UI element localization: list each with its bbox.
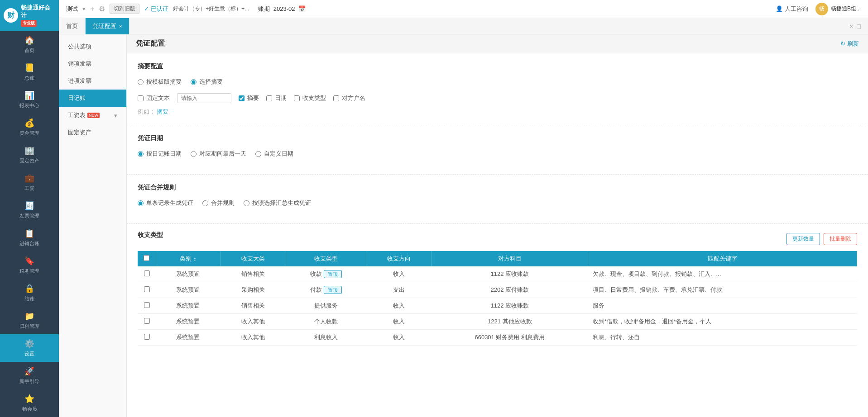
left-menu-fixed-assets[interactable]: 固定资产: [59, 124, 126, 141]
tab-voucher-config[interactable]: 凭证配置 ×: [86, 18, 129, 34]
checkbox-counterparty[interactable]: 对方户名: [333, 94, 365, 102]
sidebar-item-label: 工资: [24, 185, 34, 192]
fixed-text-checkbox[interactable]: [138, 95, 144, 101]
category-sort[interactable]: 类别 ↕: [161, 255, 216, 263]
row-checkbox-cell[interactable]: [138, 330, 156, 346]
date-checkbox[interactable]: [266, 95, 272, 101]
sidebar-item-label: 归档管理: [19, 323, 39, 330]
checkbox-date[interactable]: 日期: [266, 94, 287, 102]
radio-period-last-input[interactable]: [191, 151, 197, 157]
radio-template[interactable]: 按模板版摘要: [138, 78, 182, 86]
salary-icon: 💼: [24, 173, 34, 183]
new-badge: NEW: [87, 113, 100, 118]
status-text: 已认证: [151, 5, 168, 13]
table-row: 系统预置 收入其他 利息收入 收入 660301 财务费用 利息费用 利息、行转…: [138, 330, 857, 346]
sidebar-item-label: 设置: [24, 351, 34, 357]
radio-period-last[interactable]: 对应期间最后一天: [191, 150, 246, 158]
radio-select[interactable]: 选择摘要: [191, 78, 223, 86]
th-direction: 收支方向: [366, 251, 432, 266]
radio-journal-date[interactable]: 按日记账日期: [138, 150, 182, 158]
row-checkbox-cell[interactable]: [138, 282, 156, 298]
row-checkbox[interactable]: [144, 318, 150, 324]
th-checkbox[interactable]: [138, 251, 156, 266]
radio-merge-rule[interactable]: 合并规则: [202, 199, 235, 207]
service-link[interactable]: 👤 人工咨询: [776, 5, 808, 13]
reset-tag[interactable]: 置顶: [324, 286, 342, 294]
delete-button[interactable]: 批量删除: [824, 233, 857, 245]
row-checkbox[interactable]: [144, 270, 150, 276]
sidebar-item-funds[interactable]: 💰 资金管理: [0, 114, 59, 141]
service-icon: 👤: [776, 5, 783, 12]
radio-merge-rule-input[interactable]: [202, 200, 208, 206]
left-panel: 公共选项 销项发票 进项发票 日记账 工资表 NEW ▾ 固定资产: [59, 34, 127, 417]
radio-single[interactable]: 单条记录生成凭证: [138, 199, 193, 207]
sidebar-item-archive[interactable]: 📁 归档管理: [0, 307, 59, 334]
pro-badge: 专业版: [21, 20, 37, 27]
sidebar-item-invoice-mgmt[interactable]: 🧾 发票管理: [0, 196, 59, 224]
type-checkbox[interactable]: [294, 95, 300, 101]
sidebar-item-settings[interactable]: ⚙️ 设置: [0, 334, 59, 362]
fixed-text-input[interactable]: [177, 93, 231, 103]
sidebar-item-closing[interactable]: 🔒 结账: [0, 279, 59, 307]
row-direction: 支出: [366, 282, 432, 298]
row-checkbox-cell[interactable]: [138, 266, 156, 282]
left-menu-public[interactable]: 公共选项: [59, 38, 126, 55]
sidebar-item-reports[interactable]: 📊 报表中心: [0, 86, 59, 114]
maximize-button[interactable]: □: [857, 23, 861, 30]
summary-checkbox[interactable]: [239, 95, 245, 101]
row-checkbox-cell[interactable]: [138, 314, 156, 330]
row-direction: 收入: [366, 330, 432, 346]
left-menu-payroll[interactable]: 工资表 NEW ▾: [59, 107, 126, 124]
tab-voucher-config-label: 凭证配置: [93, 22, 116, 30]
user-menu[interactable]: 畅 畅捷通B组...: [815, 3, 861, 15]
left-menu-purchase-invoice[interactable]: 进项发票: [59, 72, 126, 90]
gear-icon[interactable]: ⚙: [99, 5, 105, 13]
sidebar-item-general-ledger[interactable]: 📒 总账: [0, 58, 59, 86]
left-menu-purchase-label: 进项发票: [68, 77, 91, 85]
sidebar-item-salary[interactable]: 💼 工资: [0, 169, 59, 196]
row-checkbox[interactable]: [144, 302, 150, 308]
date-radio-group: 按日记账日期 对应期间最后一天 自定义日期: [138, 150, 857, 158]
checkbox-summary[interactable]: 摘要: [239, 94, 259, 102]
calendar-icon[interactable]: 📅: [298, 5, 306, 12]
left-menu-journal[interactable]: 日记账: [59, 90, 126, 107]
radio-template-input[interactable]: [138, 79, 144, 85]
radio-journal-date-input[interactable]: [138, 151, 144, 157]
radio-single-input[interactable]: [138, 200, 144, 206]
topbar: 测试 ▾ + ⚙ 切到旧版 ✓ 已认证 好会计（专）+好生意（标）+... 账期…: [59, 0, 868, 18]
sidebar-item-guide[interactable]: 🚀 新手引导: [0, 362, 59, 389]
tab-home[interactable]: 首页: [59, 18, 86, 34]
add-icon[interactable]: +: [90, 5, 94, 13]
row-checkbox[interactable]: [144, 334, 150, 340]
company-name: 测试: [66, 5, 78, 13]
counterparty-checkbox[interactable]: [333, 95, 339, 101]
sidebar-item-member[interactable]: ⭐ 畅会员: [0, 389, 59, 417]
radio-custom-date-input[interactable]: [255, 151, 261, 157]
checkbox-fixed-text[interactable]: 固定文本: [138, 94, 170, 102]
update-button[interactable]: 更新数量: [786, 233, 820, 245]
sidebar-item-home[interactable]: 🏠 首页: [0, 31, 59, 58]
row-checkbox[interactable]: [144, 286, 150, 292]
old-version-button[interactable]: 切到旧版: [110, 4, 139, 14]
checkbox-type[interactable]: 收支类型: [294, 94, 326, 102]
tab-close-icon[interactable]: ×: [119, 24, 122, 29]
sidebar-item-purchase-sales[interactable]: 📋 进销台账: [0, 224, 59, 251]
sidebar-item-tax[interactable]: 🔖 税务管理: [0, 251, 59, 279]
sidebar-item-label: 发票管理: [19, 213, 39, 219]
sidebar-item-fixed-assets[interactable]: 🏢 固定资产: [0, 141, 59, 169]
radio-select-input[interactable]: [191, 79, 197, 85]
reset-tag[interactable]: 置顶: [324, 270, 342, 278]
topbar-right: 👤 人工咨询 畅 畅捷通B组...: [776, 3, 861, 15]
radio-select-total-input[interactable]: [244, 200, 249, 206]
reports-icon: 📊: [24, 90, 34, 100]
refresh-button[interactable]: ↻ 刷新: [840, 40, 859, 48]
row-checkbox-cell[interactable]: [138, 298, 156, 314]
select-all-checkbox[interactable]: [144, 255, 149, 261]
radio-select-total[interactable]: 按照选择汇总生成凭证: [244, 199, 311, 207]
radio-custom-date[interactable]: 自定义日期: [255, 150, 293, 158]
close-window-button[interactable]: ×: [849, 23, 853, 30]
dropdown-arrow-icon[interactable]: ▾: [82, 5, 86, 12]
type-checkbox-label: 收支类型: [302, 94, 326, 102]
row-counterpart: 2202 应付账款: [432, 282, 588, 298]
left-menu-sales-invoice[interactable]: 销项发票: [59, 55, 126, 72]
